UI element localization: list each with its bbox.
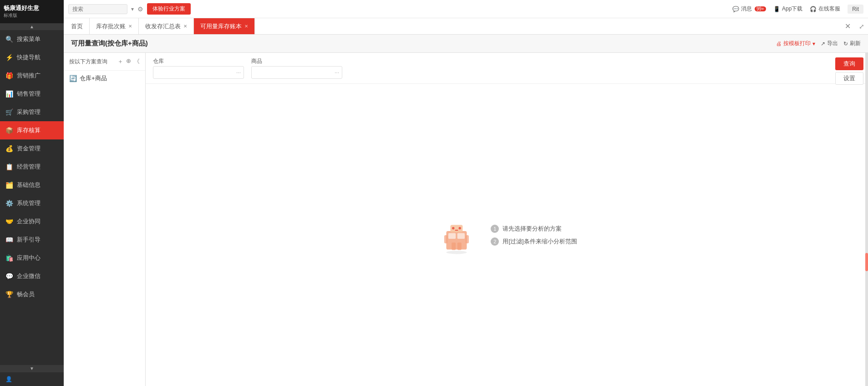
svg-rect-1	[448, 233, 456, 239]
tabs-expand-btn[interactable]: ⤢	[855, 23, 868, 30]
dropdown-icon[interactable]: ▾	[131, 6, 134, 12]
sidebar-item-icon-inventory: 📦	[5, 127, 13, 134]
filter-header-label: 按以下方案查询	[69, 58, 107, 66]
sidebar-item-label-vip: 畅会员	[17, 290, 35, 299]
sidebar-item-label-finance: 资金管理	[17, 144, 41, 153]
sidebar-header: 畅康通好生意 标准版	[0, 0, 64, 23]
svg-point-7	[459, 227, 461, 229]
service-icon: 🎧	[810, 6, 817, 12]
sidebar-item-search[interactable]: 🔍搜索菜单	[0, 30, 64, 48]
sidebar-item-icon-shortcut: ⚡	[5, 54, 13, 61]
empty-illustration	[436, 215, 477, 256]
sidebar-item-finance[interactable]: 💰资金管理	[0, 139, 64, 158]
sidebar-item-newbie[interactable]: 📖新手引导	[0, 231, 64, 249]
sidebar-item-label-enterprise: 企业协同	[17, 217, 41, 226]
sidebar-item-label-search: 搜索菜单	[17, 35, 41, 43]
sidebar-item-appstore[interactable]: 🛍️应用中心	[0, 249, 64, 267]
sidebar-scroll-up[interactable]: ▲	[0, 23, 64, 30]
gear-icon[interactable]: ⚙	[137, 5, 143, 13]
tabs-close-btn[interactable]: ✕	[840, 22, 855, 31]
print-icon: 🖨	[776, 41, 782, 47]
filter-item-warehouse-goods[interactable]: 🔄 仓库+商品	[64, 71, 145, 86]
refresh-btn[interactable]: ↻ 刷新	[843, 40, 861, 47]
topbar-search-input[interactable]	[68, 4, 127, 14]
warehouse-input[interactable]: ···	[153, 66, 244, 79]
sidebar-item-label-sales: 销售管理	[17, 90, 41, 98]
edit-filter-icon[interactable]: ⊕	[126, 57, 131, 66]
export-label: 导出	[827, 40, 838, 47]
user-name: Rit	[852, 6, 859, 12]
sidebar-item-operations[interactable]: 📋经营管理	[0, 158, 64, 176]
scrollbar[interactable]	[865, 53, 868, 386]
sidebar-item-wechat[interactable]: 💬企业微信	[0, 267, 64, 285]
print-dropdown-icon[interactable]: ▾	[812, 41, 815, 47]
sidebar-menu: 🔍搜索菜单⚡快捷导航🎁营销推广📊销售管理🛒采购管理📦库存核算💰资金管理📋经营管理…	[0, 30, 64, 365]
tab-summary-label: 收发存汇总表	[145, 22, 181, 31]
sidebar-item-label-newbie: 新手引导	[17, 236, 41, 244]
sidebar-item-sales[interactable]: 📊销售管理	[0, 85, 64, 103]
sidebar-item-inventory[interactable]: 📦库存核算	[0, 121, 64, 139]
settings-btn[interactable]: 设置	[835, 72, 863, 85]
tab-summary[interactable]: 收发存汇总表 ✕	[139, 18, 194, 34]
goods-field: 商品 ···	[251, 57, 342, 79]
tab-summary-close[interactable]: ✕	[183, 24, 187, 29]
goods-input[interactable]: ···	[251, 66, 342, 79]
sidebar-item-purchase[interactable]: 🛒采购管理	[0, 103, 64, 121]
message-btn[interactable]: 💬 消息 99+	[732, 5, 766, 13]
sidebar-item-label-marketing: 营销推广	[17, 72, 41, 80]
online-service-btn[interactable]: 🎧 在线客服	[810, 5, 840, 13]
topbar-right: 💬 消息 99+ 📱 App下载 🎧 在线客服 Rit	[732, 5, 863, 14]
collapse-filter-icon[interactable]: 《	[134, 57, 140, 66]
topbar: ▾ ⚙ 体验行业方案 💬 消息 99+ 📱 App下载 🎧 在线客服 Rit	[64, 0, 868, 18]
print-label: 按模板打印	[783, 40, 811, 47]
sidebar-item-system[interactable]: ⚙️系统管理	[0, 194, 64, 212]
sidebar-item-basic[interactable]: 🗂️基础信息	[0, 176, 64, 194]
add-filter-icon[interactable]: ＋	[117, 57, 123, 66]
svg-rect-2	[457, 233, 465, 239]
sidebar-item-icon-finance: 💰	[5, 145, 13, 152]
sidebar-item-label-inventory: 库存核算	[17, 126, 41, 134]
filter-item-icon: 🔄	[69, 75, 77, 82]
export-icon: ↗	[821, 41, 825, 47]
sidebar-item-marketing[interactable]: 🎁营销推广	[0, 67, 64, 85]
svg-point-11	[447, 251, 467, 254]
online-service-label: 在线客服	[818, 5, 840, 13]
sidebar-scroll-down[interactable]: ▼	[0, 365, 64, 372]
sidebar-item-icon-system: ⚙️	[5, 200, 13, 207]
svg-rect-4	[466, 235, 469, 243]
trial-btn[interactable]: 体验行业方案	[147, 3, 191, 15]
sidebar-item-label-shortcut: 快捷导航	[17, 53, 41, 62]
brand-sub: 标准版	[4, 12, 60, 19]
brand-name: 畅康通好生意	[4, 5, 60, 12]
svg-point-6	[452, 227, 454, 229]
goods-dots-icon[interactable]: ···	[335, 69, 339, 76]
filter-item-label: 仓库+商品	[80, 74, 107, 82]
sidebar-item-shortcut[interactable]: ⚡快捷导航	[0, 48, 64, 67]
content-area: 按以下方案查询 ＋ ⊕ 《 🔄 仓库+商品 仓库 ···	[64, 53, 868, 386]
sidebar-footer: 👤	[0, 372, 64, 386]
query-btn[interactable]: 查询	[835, 57, 863, 70]
hint-text-1: 请先选择要分析的方案	[503, 225, 562, 233]
print-btn[interactable]: 🖨 按模板打印 ▾	[776, 40, 815, 47]
sidebar-item-icon-vip: 🏆	[5, 291, 13, 298]
sidebar-item-icon-purchase: 🛒	[5, 108, 13, 116]
sidebar-item-label-purchase: 采购管理	[17, 108, 41, 116]
app-download-btn[interactable]: 📱 App下载	[773, 5, 802, 13]
tab-batch-close[interactable]: ✕	[128, 24, 132, 29]
tab-available-close[interactable]: ✕	[244, 24, 248, 29]
tab-home[interactable]: 首页	[64, 18, 90, 34]
user-menu[interactable]: Rit	[848, 5, 863, 14]
sidebar-item-vip[interactable]: 🏆畅会员	[0, 285, 64, 304]
sidebar-item-enterprise[interactable]: 🤝企业协同	[0, 212, 64, 231]
page-header: 可用量查询(按仓库+商品) 🖨 按模板打印 ▾ ↗ 导出 ↻ 刷新	[64, 35, 868, 53]
message-label: 消息	[741, 5, 752, 13]
refresh-icon: ↻	[843, 41, 848, 47]
empty-hint-2: 2 用[过滤]条件来缩小分析范围	[491, 237, 577, 246]
hint-num-2: 2	[491, 237, 499, 246]
tab-batch-label: 库存批次账	[96, 22, 126, 31]
tab-available[interactable]: 可用量库存账本 ✕	[194, 18, 255, 34]
export-btn[interactable]: ↗ 导出	[821, 40, 838, 47]
warehouse-dots-icon[interactable]: ···	[236, 69, 241, 76]
tab-batch[interactable]: 库存批次账 ✕	[90, 18, 139, 34]
scrollbar-thumb[interactable]	[865, 253, 868, 271]
